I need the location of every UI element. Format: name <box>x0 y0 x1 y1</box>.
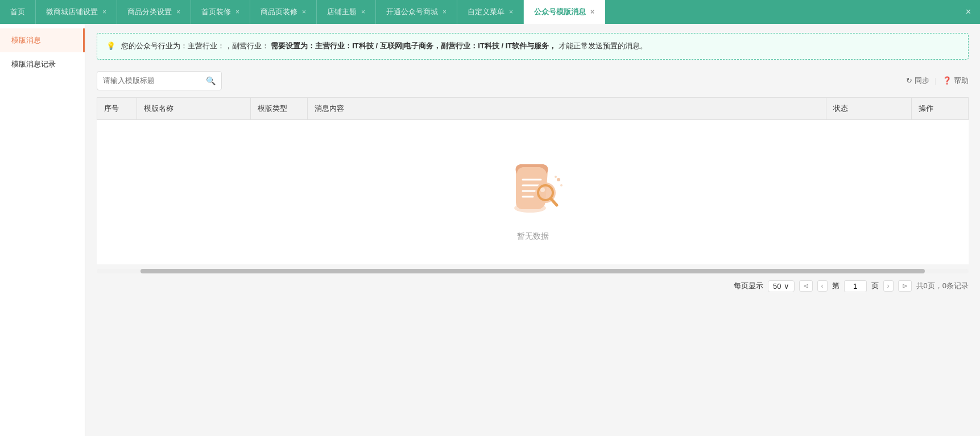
content-area: 💡 您的公众号行业为：主营行业：，副营行业： 需要设置为：主营行业：IT科技 /… <box>85 24 980 436</box>
sync-label: 同步 <box>915 76 929 86</box>
tab-category-setting[interactable]: 商品分类设置 × <box>117 0 191 24</box>
tab-category-setting-close[interactable]: × <box>176 8 180 16</box>
search-input[interactable] <box>103 76 206 85</box>
page-unit: 页 <box>871 281 879 291</box>
main-layout: 模版消息 模版消息记录 💡 您的公众号行业为：主营行业：，副营行业： 需要设置为… <box>0 24 980 436</box>
last-page-button[interactable]: ⊳ <box>898 280 912 292</box>
tab-custom-menu-close[interactable]: × <box>509 8 513 16</box>
svg-point-11 <box>555 176 557 178</box>
sidebar-item-template-msg[interactable]: 模版消息 <box>0 28 85 52</box>
sync-button[interactable]: ↻ 同步 <box>906 76 929 86</box>
tab-category-setting-label: 商品分类设置 <box>127 7 172 17</box>
data-table: 序号 模版名称 模版类型 消息内容 状态 操作 <box>97 97 969 264</box>
sidebar-item-template-msg-label: 模版消息 <box>11 36 41 44</box>
col-status: 状态 <box>826 97 912 119</box>
next-page-button[interactable]: › <box>883 280 894 292</box>
pagination: 每页显示 50 ∨ ⊲ ‹ 第 页 › ⊳ 共0页，0条记录 <box>97 273 969 292</box>
tab-template-msg-close[interactable]: × <box>590 8 594 16</box>
col-name: 模版名称 <box>137 97 251 119</box>
empty-state-row: 暂无数据 <box>97 119 969 264</box>
notice-banner: 💡 您的公众号行业为：主营行业：，副营行业： 需要设置为：主营行业：IT科技 /… <box>97 33 969 60</box>
bulb-icon: 💡 <box>106 41 115 50</box>
page-size-value: 50 <box>773 282 781 290</box>
chevron-down-icon: ∨ <box>784 282 789 290</box>
help-circle-icon: ❓ <box>942 76 952 85</box>
tab-product-decor-close[interactable]: × <box>302 8 306 16</box>
tab-product-decor[interactable]: 商品页装修 × <box>250 0 317 24</box>
tab-bar: 首页 微商城店铺设置 × 商品分类设置 × 首页装修 × 商品页装修 × 店铺主… <box>0 0 980 24</box>
col-content: 消息内容 <box>308 97 826 119</box>
col-index: 序号 <box>97 97 137 119</box>
tab-custom-menu-label: 自定义菜单 <box>468 7 505 17</box>
sidebar-item-template-msg-record[interactable]: 模版消息记录 <box>0 52 85 76</box>
tab-open-wechat-shop-label: 开通公众号商城 <box>386 7 438 17</box>
tab-weshop-setting-label: 微商城店铺设置 <box>46 7 98 17</box>
scrollbar-thumb[interactable] <box>140 269 925 273</box>
divider: | <box>935 76 937 85</box>
tab-homepage-decor-close[interactable]: × <box>235 8 239 16</box>
empty-illustration <box>499 154 567 222</box>
search-input-wrap: 🔍 <box>97 71 222 90</box>
tab-template-msg-label: 公众号模版消息 <box>534 7 586 17</box>
sidebar: 模版消息 模版消息记录 <box>0 24 85 436</box>
tab-custom-menu[interactable]: 自定义菜单 × <box>457 0 524 24</box>
tab-shop-theme-close[interactable]: × <box>361 8 365 16</box>
empty-text: 暂无数据 <box>517 231 549 242</box>
help-label: 帮助 <box>954 76 969 86</box>
svg-point-9 <box>557 178 560 181</box>
search-icon[interactable]: 🔍 <box>206 76 216 85</box>
first-page-button[interactable]: ⊲ <box>799 280 813 292</box>
col-action: 操作 <box>912 97 969 119</box>
prev-page-button[interactable]: ‹ <box>817 280 828 292</box>
page-size-select[interactable]: 50 ∨ <box>768 280 794 292</box>
help-button[interactable]: ❓ 帮助 <box>942 76 969 86</box>
tab-home-label: 首页 <box>10 7 25 17</box>
sidebar-item-template-msg-record-label: 模版消息记录 <box>11 60 56 68</box>
total-info: 共0页，0条记录 <box>916 281 969 291</box>
search-actions: ↻ 同步 | ❓ 帮助 <box>906 76 969 86</box>
svg-point-8 <box>540 188 545 192</box>
search-bar: 🔍 ↻ 同步 | ❓ 帮助 <box>97 71 969 90</box>
svg-line-7 <box>551 198 557 205</box>
notice-suffix: 才能正常发送预置的消息。 <box>559 41 647 50</box>
tab-weshop-setting-close[interactable]: × <box>102 8 106 16</box>
tab-open-wechat-shop-close[interactable]: × <box>443 8 446 16</box>
tab-product-decor-label: 商品页装修 <box>260 7 297 17</box>
svg-point-10 <box>560 184 563 186</box>
col-type: 模版类型 <box>251 97 308 119</box>
table-header-row: 序号 模版名称 模版类型 消息内容 状态 操作 <box>97 97 969 119</box>
tab-open-wechat-shop[interactable]: 开通公众号商城 × <box>376 0 457 24</box>
tab-weshop-setting[interactable]: 微商城店铺设置 × <box>36 0 117 24</box>
notice-prefix: 您的公众号行业为：主营行业：，副营行业： <box>121 41 269 50</box>
tab-template-msg[interactable]: 公众号模版消息 × <box>524 0 605 24</box>
tab-shop-theme[interactable]: 店铺主题 × <box>317 0 376 24</box>
tab-home[interactable]: 首页 <box>0 0 36 24</box>
close-all-button[interactable]: × <box>957 7 980 17</box>
tab-shop-theme-label: 店铺主题 <box>327 7 357 17</box>
sync-icon: ↻ <box>906 76 912 85</box>
page-label: 第 <box>832 281 840 291</box>
tab-homepage-decor[interactable]: 首页装修 × <box>191 0 250 24</box>
empty-state: 暂无数据 <box>97 120 969 264</box>
notice-highlight: 需要设置为：主营行业：IT科技 / 互联网|电子商务，副营行业：IT科技 / I… <box>271 41 556 50</box>
horizontal-scrollbar[interactable] <box>97 269 969 273</box>
page-number-input[interactable] <box>844 280 867 292</box>
tab-homepage-decor-label: 首页装修 <box>201 7 231 17</box>
page-size-label: 每页显示 <box>734 281 763 291</box>
